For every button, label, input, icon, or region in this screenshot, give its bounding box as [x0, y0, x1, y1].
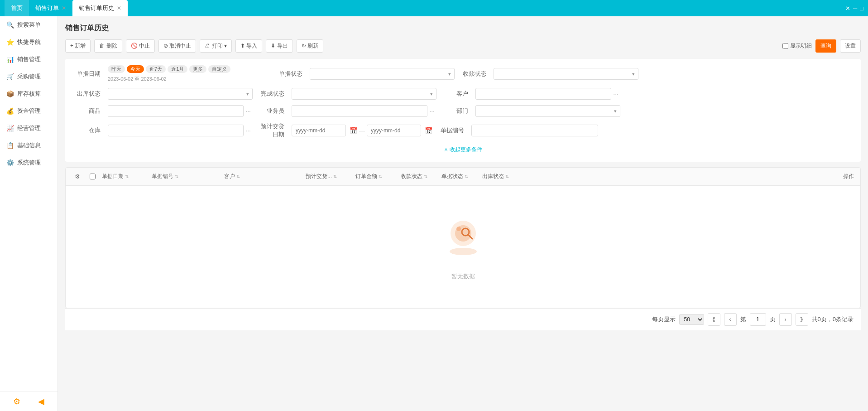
sidebar-settings-icon[interactable]: ⚙ — [13, 396, 20, 406]
th-out-status[interactable]: 出库状态 ⇅ — [480, 169, 520, 184]
minimize-icon[interactable]: ─ — [853, 5, 857, 12]
settings-button[interactable]: 设置 — [840, 39, 861, 53]
th-bill-status[interactable]: 单据状态 ⇅ — [439, 169, 480, 184]
operation-icon: 📈 — [6, 125, 14, 132]
sidebar-item-search-menu[interactable]: 🔍 搜索菜单 — [0, 16, 58, 34]
empty-illustration — [441, 213, 486, 267]
department-select[interactable] — [475, 105, 620, 117]
cal-start-icon[interactable]: 📅 — [350, 127, 357, 134]
display-detail-checkbox[interactable] — [782, 43, 788, 49]
cal-end-icon[interactable]: 📅 — [425, 127, 432, 134]
th-amount[interactable]: 订单金额 ⇅ — [353, 169, 398, 184]
out-status-select[interactable] — [108, 88, 253, 100]
page-number-input[interactable] — [750, 313, 766, 326]
bill-status-select[interactable] — [310, 68, 455, 80]
chip-custom[interactable]: 自定义 — [208, 65, 230, 73]
total-records-label: 共0页，0条记录 — [812, 315, 854, 324]
tab-home[interactable]: 首页 — [5, 0, 29, 16]
th-recv-status[interactable]: 收款状态 ⇅ — [398, 169, 439, 184]
tab-sales-order[interactable]: 销售订单 ✕ — [29, 0, 72, 16]
sys-mgmt-icon: ⚙️ — [6, 159, 14, 166]
display-detail-checkbox-label[interactable]: 显示明细 — [782, 42, 812, 50]
th-delivery[interactable]: 预计交货... ⇅ — [303, 169, 353, 184]
stop-button[interactable]: 🚫 中止 — [126, 39, 155, 53]
delete-button[interactable]: 🗑 删除 — [94, 39, 122, 53]
chip-more[interactable]: 更多 — [189, 65, 206, 73]
sidebar-item-sales-mgmt[interactable]: 📊 销售管理 — [0, 51, 58, 68]
th-operation: 操作 — [520, 169, 857, 184]
th-bill-num[interactable]: 单据编号 ⇅ — [149, 169, 221, 184]
content-area: 销售订单历史 + 新增 🗑 删除 🚫 中止 ⊘ 取消中止 🖨 打印 ▾ ⬆ 导入… — [58, 16, 868, 411]
column-settings-icon[interactable]: ⚙ — [69, 173, 86, 180]
collapse-toggle[interactable]: ∧ 收起更多条件 — [72, 144, 854, 155]
sidebar-item-inventory[interactable]: 📦 库存核算 — [0, 85, 58, 102]
tab-sales-order-history-close[interactable]: ✕ — [117, 5, 121, 11]
purchase-mgmt-icon: 🛒 — [6, 73, 14, 80]
label-bill-number: 单据编号 — [436, 126, 468, 135]
client-dots-button[interactable]: ··· — [611, 90, 620, 97]
sort-recv-icon: ⇅ — [424, 174, 427, 179]
client-input[interactable] — [475, 88, 611, 100]
next-page-button[interactable]: › — [779, 313, 792, 326]
cancel-stop-button[interactable]: ⊘ 取消中止 — [158, 39, 196, 53]
complete-status-select-wrapper — [292, 88, 436, 100]
th-client-label: 客户 — [224, 173, 235, 180]
salesperson-dots-button[interactable]: ··· — [427, 107, 436, 115]
label-department: 部门 — [440, 107, 472, 115]
sidebar-item-quick-nav-label: 快捷导航 — [17, 38, 41, 46]
th-bill-status-label: 单据状态 — [441, 173, 463, 180]
tab-sales-order-close[interactable]: ✕ — [62, 5, 66, 11]
label-out-status: 出库状态 — [72, 90, 104, 98]
add-button[interactable]: + 新增 — [65, 39, 91, 53]
maximize-icon[interactable]: □ — [860, 5, 863, 12]
th-bill-date[interactable]: 单据日期 ⇅ — [99, 169, 149, 184]
select-all-checkbox[interactable] — [90, 174, 96, 179]
refresh-button[interactable]: ↻ 刷新 — [297, 39, 323, 53]
chip-7days[interactable]: 近7天 — [146, 65, 166, 73]
complete-status-select[interactable] — [292, 88, 436, 100]
expected-date-start[interactable] — [292, 125, 346, 136]
per-page-select[interactable]: 10 20 50 100 — [679, 314, 704, 325]
close-window-icon[interactable]: ✕ — [845, 5, 850, 12]
prev-page-button[interactable]: ‹ — [724, 313, 737, 326]
label-client: 客户 — [440, 90, 472, 98]
chip-yesterday[interactable]: 昨天 — [108, 65, 125, 73]
sort-status-icon: ⇅ — [465, 174, 468, 179]
label-bill-status: 单据状态 — [274, 70, 306, 78]
recv-status-select[interactable] — [494, 68, 638, 80]
basic-info-icon: 📋 — [6, 142, 14, 149]
expected-date-end[interactable] — [367, 125, 421, 136]
warehouse-dots-button[interactable]: ··· — [244, 127, 253, 134]
label-salesperson: 业务员 — [256, 107, 288, 115]
sidebar-collapse-icon[interactable]: ◀ — [38, 396, 44, 406]
department-select-wrapper — [475, 105, 620, 117]
salesperson-input[interactable] — [292, 105, 427, 117]
empty-text: 暂无数据 — [451, 272, 475, 280]
sort-amount-icon: ⇅ — [379, 174, 382, 179]
sidebar-item-sys-mgmt-label: 系统管理 — [17, 159, 41, 167]
sidebar-item-purchase-mgmt[interactable]: 🛒 采购管理 — [0, 68, 58, 85]
chip-today[interactable]: 今天 — [127, 65, 144, 73]
product-dots-button[interactable]: ··· — [244, 107, 253, 115]
export-button[interactable]: ⬇ 导出 — [266, 39, 293, 53]
query-button[interactable]: 查询 — [815, 39, 836, 53]
chip-1month[interactable]: 近1月 — [168, 65, 187, 73]
first-page-button[interactable]: ⟪ — [708, 313, 720, 326]
tab-sales-order-history[interactable]: 销售订单历史 ✕ — [72, 0, 128, 16]
sidebar-item-finance[interactable]: 💰 资金管理 — [0, 102, 58, 120]
sidebar-item-basic-info[interactable]: 📋 基础信息 — [0, 137, 58, 154]
label-warehouse: 仓库 — [72, 126, 104, 135]
sidebar-item-operation[interactable]: 📈 经营管理 — [0, 120, 58, 137]
print-button[interactable]: 🖨 打印 ▾ — [200, 39, 232, 53]
date-chips: 昨天 今天 近7天 近1月 更多 自定义 — [108, 65, 271, 73]
sidebar-item-sys-mgmt[interactable]: ⚙️ 系统管理 — [0, 154, 58, 171]
warehouse-input[interactable] — [108, 125, 244, 136]
bill-number-input[interactable] — [471, 125, 598, 136]
tab-sales-order-history-label: 销售订单历史 — [79, 4, 114, 12]
last-page-button[interactable]: ⟫ — [796, 313, 808, 326]
sidebar-item-quick-nav[interactable]: ⭐ 快捷导航 — [0, 34, 58, 51]
th-client[interactable]: 客户 ⇅ — [221, 169, 303, 184]
select-all-checkbox-wrapper[interactable] — [86, 174, 99, 179]
product-input[interactable] — [108, 105, 244, 117]
import-button[interactable]: ⬆ 导入 — [235, 39, 262, 53]
